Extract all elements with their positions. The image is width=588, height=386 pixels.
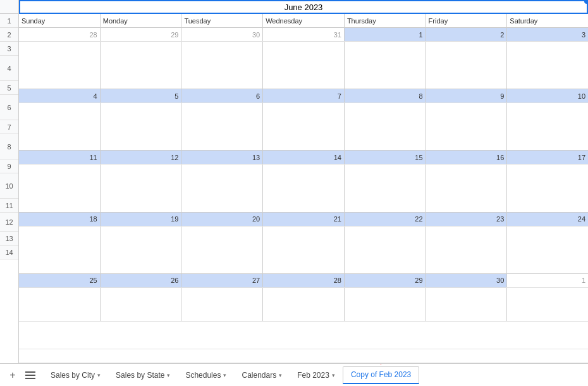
add-sheet-button[interactable]: +: [5, 368, 20, 383]
content-cell-w3-4[interactable]: [345, 165, 426, 211]
content-cell-w3-2[interactable]: [181, 165, 263, 211]
week-1-content-row: [19, 42, 588, 89]
date-cell-13[interactable]: 13: [181, 151, 263, 164]
date-cell-28[interactable]: 28: [263, 274, 345, 287]
date-cell-29-prev[interactable]: 29: [101, 28, 182, 41]
sheet-menu-button[interactable]: [23, 368, 38, 383]
date-cell-11[interactable]: 11: [19, 151, 101, 164]
content-cell-w4-0[interactable]: [19, 227, 101, 273]
content-cell-w3-3[interactable]: [263, 165, 345, 211]
tab-sales-by-state[interactable]: Sales by State ▾: [108, 366, 178, 384]
content-cell-w2-4[interactable]: [345, 103, 426, 150]
content-cell-w2-6[interactable]: [507, 103, 588, 150]
date-cell-12[interactable]: 12: [101, 151, 182, 164]
week-2-date-row: 4 5 6 7 8 9 10: [19, 89, 588, 103]
date-cell-20[interactable]: 20: [181, 213, 263, 226]
extra-row-14-content[interactable]: [19, 349, 588, 363]
svg-rect-0: [25, 371, 35, 373]
content-cell-w3-5[interactable]: [426, 165, 508, 211]
content-cell-w2-2[interactable]: [181, 103, 263, 150]
date-cell-10[interactable]: 10: [507, 89, 588, 103]
week-4-date-row: 18 19 20 21 22 23 24: [19, 213, 588, 227]
tab-schedules[interactable]: Schedules ▾: [178, 366, 234, 384]
extra-row-14: [19, 349, 588, 363]
week-2-content-row: [19, 103, 588, 151]
content-cell-w5-0[interactable]: [19, 288, 101, 321]
content-cell-w5-1[interactable]: [101, 288, 182, 321]
date-cell-3[interactable]: 3: [507, 28, 588, 41]
content-cell-w4-6[interactable]: [507, 227, 588, 273]
date-cell-19[interactable]: 19: [101, 213, 182, 226]
date-cell-24[interactable]: 24: [507, 213, 588, 226]
date-cell-31-prev[interactable]: 31: [263, 28, 345, 41]
extra-row-13: [19, 335, 588, 349]
content-cell-w4-4[interactable]: [345, 227, 426, 273]
content-cell-w5-2[interactable]: [181, 288, 263, 321]
date-cell-15[interactable]: 15: [345, 151, 426, 164]
date-cell-14[interactable]: 14: [263, 151, 345, 164]
content-cell-w1-1[interactable]: [101, 42, 182, 89]
tab-sales-by-city[interactable]: Sales by City ▾: [43, 366, 108, 384]
date-cell-27[interactable]: 27: [181, 274, 263, 287]
extra-row-13-content[interactable]: [19, 335, 588, 349]
content-cell-w3-6[interactable]: [507, 165, 588, 211]
date-cell-8[interactable]: 8: [345, 89, 426, 103]
date-cell-26[interactable]: 26: [101, 274, 182, 287]
date-cell-16[interactable]: 16: [426, 151, 508, 164]
date-cell-1-next[interactable]: 1: [507, 274, 588, 287]
date-cell-17[interactable]: 17: [507, 151, 588, 164]
week-1-date-row: 28 29 30 31 1 2 3: [19, 28, 588, 42]
content-cell-w4-5[interactable]: [426, 227, 508, 273]
date-cell-1[interactable]: 1: [345, 28, 426, 41]
content-cell-w5-6[interactable]: [507, 288, 588, 321]
date-cell-2[interactable]: 2: [426, 28, 508, 41]
date-cell-5[interactable]: 5: [101, 89, 182, 103]
date-cell-22[interactable]: 22: [345, 213, 426, 226]
content-cell-w4-2[interactable]: [181, 227, 263, 273]
content-cell-w1-0[interactable]: [19, 42, 101, 89]
content-cell-w5-5[interactable]: [426, 288, 508, 321]
tab-copy-of-feb-2023[interactable]: Copy of Feb 2023: [343, 366, 419, 384]
date-cell-29[interactable]: 29: [345, 274, 426, 287]
row-num-header: [0, 0, 18, 14]
row-num-2: 2: [0, 28, 18, 42]
date-cell-6[interactable]: 6: [181, 89, 263, 103]
date-cell-7[interactable]: 7: [263, 89, 345, 103]
content-cell-w4-1[interactable]: [101, 227, 182, 273]
content-cell-w4-3[interactable]: [263, 227, 345, 273]
date-cell-23[interactable]: 23: [426, 213, 508, 226]
date-cell-25[interactable]: 25: [19, 274, 101, 287]
content-cell-w3-0[interactable]: [19, 165, 101, 211]
date-cell-21[interactable]: 21: [263, 213, 345, 226]
content-cell-w2-0[interactable]: [19, 103, 101, 150]
content-cell-w5-4[interactable]: [345, 288, 426, 321]
calendar-weeks: 28 29 30 31 1 2 3: [19, 28, 588, 335]
content-cell-w1-5[interactable]: [426, 42, 508, 89]
date-cell-30-prev[interactable]: 30: [181, 28, 263, 41]
content-cell-w2-3[interactable]: [263, 103, 345, 150]
day-header-wednesday: Wednesday: [263, 14, 345, 27]
row-num-3: 3: [0, 42, 18, 56]
content-cell-w3-1[interactable]: [101, 165, 182, 211]
content-cell-w5-3[interactable]: [263, 288, 345, 321]
content-cell-w1-6[interactable]: [507, 42, 588, 89]
content-cell-w2-5[interactable]: [426, 103, 508, 150]
content-cell-w2-1[interactable]: [101, 103, 182, 150]
date-cell-4[interactable]: 4: [19, 89, 101, 103]
content-cell-w1-4[interactable]: [345, 42, 426, 89]
date-cell-18[interactable]: 18: [19, 213, 101, 226]
tab-calendars[interactable]: Calendars ▾: [234, 366, 290, 384]
date-cell-9[interactable]: 9: [426, 89, 508, 103]
tab-feb-2023-label: Feb 2023: [297, 371, 329, 380]
week-5-content-row: [19, 288, 588, 321]
date-cell-28-prev[interactable]: 28: [19, 28, 101, 41]
date-cell-30[interactable]: 30: [426, 274, 508, 287]
spreadsheet: 1 2 3 4 5 6 7 8 9 10 11 12 13 14: [0, 0, 588, 363]
content-cell-w1-3[interactable]: [263, 42, 345, 89]
week-4: 18 19 20 21 22 23 24: [19, 213, 588, 274]
row-num-10: 10: [0, 173, 18, 199]
tab-feb-2023[interactable]: Feb 2023 ▾: [290, 366, 343, 384]
calendar-title-row[interactable]: June 2023: [19, 0, 588, 14]
content-cell-w1-2[interactable]: [181, 42, 263, 89]
grid-container: 1 2 3 4 5 6 7 8 9 10 11 12 13 14: [0, 0, 588, 363]
